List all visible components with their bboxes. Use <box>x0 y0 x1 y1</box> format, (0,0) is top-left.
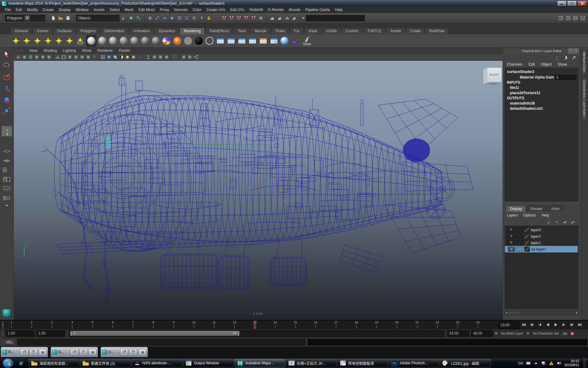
attribute-value-field[interactable]: 1 <box>555 75 576 80</box>
ball-light-icon[interactable] <box>130 54 136 60</box>
minimize-button[interactable] <box>557 1 567 6</box>
maximize-window-button[interactable] <box>29 349 37 355</box>
isolate-select-icon[interactable] <box>181 54 187 60</box>
delete-unused-nodes-icon[interactable]: ✕ <box>269 35 279 46</box>
menu-item[interactable]: Edit <box>13 8 24 12</box>
file-texture-window-icon[interactable] <box>258 35 268 46</box>
taskbar-item-maya[interactable]: Autodesk Maya ... <box>235 359 285 367</box>
create-layer-from-selected-icon[interactable] <box>569 219 576 225</box>
restore-window-button[interactable] <box>70 349 78 355</box>
panel-splitter[interactable] <box>504 201 579 205</box>
current-frame-marker[interactable] <box>254 320 256 330</box>
last-tool-move-manipulator[interactable] <box>1 126 12 137</box>
layer-row[interactable]: V layer2 <box>505 233 578 240</box>
four-pane-layout[interactable] <box>2 156 12 165</box>
render-view-window-icon[interactable] <box>226 35 236 46</box>
menu-item[interactable]: Assets <box>91 8 107 12</box>
outline-shader-icon[interactable] <box>205 35 214 46</box>
rainbow-shader-icon[interactable] <box>172 35 182 46</box>
copy-view-icon[interactable] <box>187 54 193 60</box>
create-empty-layer-icon[interactable] <box>561 219 568 225</box>
textured-mode-icon[interactable] <box>112 54 118 60</box>
playback-range-bar[interactable]: 1 24 <box>70 331 239 336</box>
keyboard-tray-icon[interactable] <box>526 361 531 366</box>
move-nearest-icon[interactable] <box>147 15 153 21</box>
snap-to-grid-icon[interactable] <box>221 15 228 21</box>
step-back-frame-icon[interactable] <box>528 321 536 328</box>
start-button[interactable] <box>2 358 13 368</box>
hud-display-icon[interactable] <box>85 54 91 60</box>
layer-playback-toggle[interactable] <box>516 227 523 232</box>
component-mode-icon[interactable] <box>135 15 142 21</box>
cluster-select-icon[interactable] <box>183 15 190 21</box>
ambient-light-icon[interactable] <box>43 35 53 46</box>
ramp-shader-icon[interactable] <box>162 35 172 46</box>
deos-plugin-icon[interactable]: Deos <box>301 35 313 46</box>
panel-menu-item[interactable]: View <box>26 48 40 53</box>
panel-popout-button[interactable]: ❐ <box>568 48 573 53</box>
panel-menu-item[interactable]: Panels <box>116 48 133 53</box>
range-end-grip[interactable] <box>237 331 239 336</box>
layer-editor-tab[interactable]: Display <box>506 205 526 212</box>
view-cube-front-face[interactable]: RIGHT <box>487 67 502 82</box>
menu-item[interactable]: Color <box>190 8 204 12</box>
select-camera-icon[interactable] <box>15 54 21 60</box>
auto-keyframe-toggle[interactable] <box>570 331 575 336</box>
layer-scrollbar[interactable] <box>505 310 579 315</box>
share-view-icon[interactable] <box>193 54 199 60</box>
select-tool[interactable] <box>2 49 12 59</box>
status-line-handle[interactable] <box>2 14 4 22</box>
panel-menu-item[interactable]: Shading <box>40 48 60 53</box>
shelf-tab[interactable]: Arnold <box>386 28 405 34</box>
anim-layer-selector[interactable]: No Anim Layer <box>499 331 525 336</box>
language-indicator[interactable]: CH <box>518 361 523 365</box>
menu-item[interactable]: Create <box>40 8 56 12</box>
layer-visibility-toggle[interactable]: V <box>507 240 515 245</box>
close-window-button[interactable] <box>138 349 146 355</box>
timeline-frame-6[interactable]: 6 <box>107 321 119 328</box>
lattice-select-icon[interactable] <box>176 15 183 21</box>
internet-explorer-icon[interactable]: e <box>16 359 26 367</box>
menu-item[interactable]: G-Render <box>265 8 286 12</box>
range-slider-handle[interactable] <box>2 331 4 336</box>
shelf-tab[interactable]: Toon <box>234 28 250 34</box>
restore-window-button[interactable] <box>120 349 128 355</box>
shaded-mode-icon[interactable] <box>106 54 112 60</box>
point-light-icon[interactable] <box>11 35 21 46</box>
timeline-frame-19[interactable]: 19 <box>371 321 383 328</box>
layer-name[interactable]: layer2 <box>531 234 541 239</box>
channel-io-row[interactable]: OUTPUTS <box>507 96 576 101</box>
character-set-dropdown-icon[interactable] <box>527 333 529 334</box>
anim-layer-dropdown-icon[interactable] <box>495 333 497 334</box>
play-forwards-icon[interactable] <box>552 321 560 328</box>
layer-playback-toggle[interactable] <box>516 234 523 239</box>
step-forward-frame-icon[interactable] <box>568 321 575 328</box>
attribute-label[interactable]: Material Alpha Gain <box>507 75 555 79</box>
shelf-tab[interactable]: Deformation <box>100 28 129 34</box>
snap-to-projected-center-icon[interactable] <box>243 15 250 21</box>
action-center-tray-icon[interactable] <box>549 361 554 366</box>
shelf-tab[interactable]: Muscle <box>251 28 271 34</box>
timeline-frame-14[interactable]: 14 <box>269 321 281 328</box>
layer-color-swatch[interactable] <box>524 240 530 245</box>
xray-mode-icon[interactable] <box>145 54 151 60</box>
move-layer-up-icon[interactable] <box>545 219 552 225</box>
shelf-tab[interactable]: nHair <box>304 28 322 34</box>
light-linker-window-icon[interactable] <box>247 35 257 46</box>
menu-set-selector[interactable]: Polygons <box>5 15 45 21</box>
menu-item[interactable]: Redshift <box>247 8 265 12</box>
channel-box-menu-item[interactable]: Edit <box>526 62 538 67</box>
menu-item[interactable]: Mesh <box>122 8 136 12</box>
snap-to-view-plane-icon[interactable] <box>250 15 257 21</box>
channel-box-menu-item[interactable]: Object <box>538 62 554 67</box>
panel-close-button[interactable]: ✕ <box>574 48 579 53</box>
timeline-frame-9[interactable]: 9 <box>168 321 180 328</box>
gate-mask-icon[interactable] <box>73 54 79 60</box>
spot-light-icon[interactable] <box>22 35 32 46</box>
volume-tray-icon[interactable] <box>556 361 562 366</box>
command-line-handle[interactable] <box>2 339 4 345</box>
default-light-icon[interactable] <box>124 54 130 60</box>
timeline-frame-24[interactable]: 24 <box>472 321 484 328</box>
scroll-thumb[interactable] <box>509 312 521 314</box>
shelf-tab[interactable]: Crowd <box>405 28 425 34</box>
